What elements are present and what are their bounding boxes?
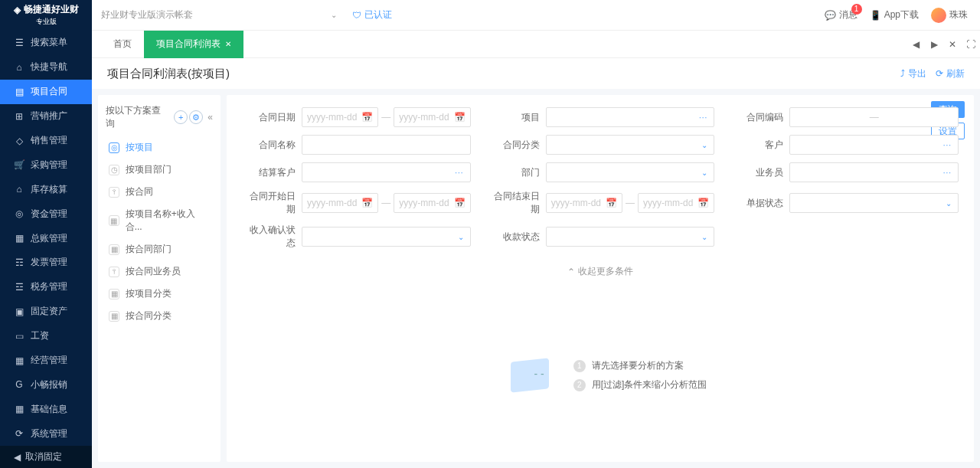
sidebar-item-sales[interactable]: ◇销售管理 <box>0 129 92 153</box>
sidebar-item-salary[interactable]: ▭工资 <box>0 324 92 349</box>
contract-start-to[interactable]: 📅 <box>394 193 470 213</box>
doc-icon: ▦ <box>109 311 119 322</box>
label-project: 项目 <box>486 111 540 124</box>
tab-prev-button[interactable]: ◀ <box>906 35 925 54</box>
contract-end-to[interactable]: 📅 <box>638 193 714 213</box>
sidebar-item-invoice[interactable]: ☶发票管理 <box>0 250 92 275</box>
add-scheme-button[interactable]: + <box>174 110 188 124</box>
contract-end-from[interactable]: 📅 <box>546 193 622 213</box>
tab-close-all-button[interactable]: ✕ <box>943 35 962 54</box>
unpin-button[interactable]: ◀ 取消固定 <box>0 446 92 468</box>
more-icon: ··· <box>699 113 707 122</box>
collapse-panel-button[interactable]: « <box>207 112 213 123</box>
label-revenue-status: 收入确认状态 <box>242 224 296 250</box>
sidebar-item-system[interactable]: ⟳系统管理 <box>0 421 92 446</box>
sidebar-item-purchase[interactable]: 🛒采购管理 <box>0 152 92 177</box>
sidebar-icon: ▦ <box>14 355 24 366</box>
contract-category-select[interactable]: ⌄ <box>546 135 715 155</box>
filter-item-project[interactable]: ◎按项目 <box>98 136 220 159</box>
calendar-icon: 📅 <box>454 198 466 208</box>
filter-item-contract-category[interactable]: ▦按合同分类 <box>98 305 220 327</box>
sidebar-item-inventory[interactable]: ⌂库存核算 <box>0 177 92 201</box>
sidebar-item-project-contract[interactable]: ▤项目合同 <box>0 80 92 104</box>
chevron-down-icon[interactable]: ⌄ <box>331 11 337 19</box>
more-icon: ··· <box>943 169 952 177</box>
sidebar-icon: ◎ <box>14 208 24 219</box>
avatar <box>931 8 946 23</box>
filter-item-contract-dept[interactable]: ▦按合同部门 <box>98 238 220 260</box>
sidebar-item-marketing[interactable]: ⊞营销推广 <box>0 104 92 129</box>
project-input[interactable]: ··· <box>546 107 715 127</box>
step-text: 用[过滤]条件来缩小分析范围 <box>592 378 707 391</box>
tab-next-button[interactable]: ▶ <box>925 35 943 54</box>
messages-button[interactable]: 💬 消息 1 <box>825 8 858 21</box>
settle-customer-input[interactable]: ··· <box>302 162 471 182</box>
contract-start-from[interactable]: 📅 <box>302 193 378 213</box>
chevron-up-icon: ⌃ <box>567 267 575 277</box>
calendar-icon: 📅 <box>454 112 466 123</box>
sidebar-item-ledger[interactable]: ▦总账管理 <box>0 226 92 250</box>
sidebar-item-nav[interactable]: ⌂快捷导航 <box>0 55 92 80</box>
settings-scheme-button[interactable]: ⚙ <box>189 110 203 124</box>
label-contract-end: 合同结束日期 <box>486 190 540 216</box>
contract-name-input[interactable] <box>302 135 471 155</box>
contract-code-input[interactable]: — <box>789 107 959 127</box>
sales-input[interactable]: ··· <box>789 162 959 182</box>
department-select[interactable]: ⌄ <box>546 162 715 182</box>
company-selector[interactable]: 好业财专业版演示帐套 <box>101 8 193 21</box>
form-area: 查询 设置 合同日期 📅 — 📅 项目 · <box>227 95 974 462</box>
filter-item-project-dept[interactable]: ◷按项目部门 <box>98 159 220 181</box>
customer-input[interactable]: ··· <box>789 135 959 155</box>
sidebar-item-expense[interactable]: G小畅报销 <box>0 372 92 397</box>
doc-status-select[interactable]: ⌄ <box>789 193 959 213</box>
step-number: 2 <box>573 379 586 391</box>
sidebar-icon: ◇ <box>14 136 24 146</box>
export-icon: ⤴ <box>900 68 905 79</box>
sidebar-item-search[interactable]: ☰搜索菜单 <box>0 31 92 55</box>
sidebar-item-tax[interactable]: ☲税务管理 <box>0 275 92 299</box>
sidebar-icon: ☰ <box>14 38 24 48</box>
tab-active[interactable]: 项目合同利润表 ✕ <box>144 31 243 58</box>
sidebar-item-funds[interactable]: ◎资金管理 <box>0 201 92 226</box>
filter-item-contract-sales[interactable]: ⫯按合同业务员 <box>98 260 220 283</box>
receipt-status-select[interactable]: ⌄ <box>546 227 715 247</box>
doc-icon: ▦ <box>109 244 119 255</box>
sidebar-item-fixed-assets[interactable]: ▣固定资产 <box>0 299 92 324</box>
calendar-icon: 📅 <box>361 112 373 123</box>
fullscreen-button[interactable]: ⛶ <box>962 35 980 54</box>
verified-badge: 🛡 已认证 <box>352 8 392 21</box>
sidebar-icon: ☲ <box>14 282 24 293</box>
app-download-button[interactable]: 📱 App下载 <box>870 8 919 21</box>
filter-item-project-category[interactable]: ▦按项目分类 <box>98 283 220 305</box>
close-icon[interactable]: ✕ <box>225 40 231 48</box>
filter-item-contract[interactable]: ⫯按合同 <box>98 181 220 203</box>
label-sales: 业务员 <box>730 166 783 179</box>
sidebar-icon: ⌂ <box>14 184 24 195</box>
contract-date-from[interactable]: 📅 <box>302 107 378 127</box>
sidebar-icon: 🛒 <box>14 159 24 170</box>
sidebar-icon: ⟳ <box>14 428 24 439</box>
filter-panel-title: 按以下方案查询 <box>106 104 169 130</box>
revenue-status-select[interactable]: ⌄ <box>302 227 471 247</box>
collapse-conditions-button[interactable]: ⌃收起更多条件 <box>567 265 633 278</box>
user-menu[interactable]: 珠珠 <box>931 8 968 23</box>
label-department: 部门 <box>486 166 540 179</box>
refresh-button[interactable]: ⟳刷新 <box>936 67 965 80</box>
sidebar-item-operations[interactable]: ▦经营管理 <box>0 349 92 373</box>
sidebar-icon: ▭ <box>14 331 24 342</box>
sidebar-icon: ☶ <box>14 257 24 268</box>
export-button[interactable]: ⤴导出 <box>900 67 926 80</box>
phone-icon: 📱 <box>870 10 881 21</box>
sidebar-item-basic-info[interactable]: ▦基础信息 <box>0 397 92 421</box>
message-icon: 💬 <box>825 10 836 21</box>
label-contract-date: 合同日期 <box>242 111 296 124</box>
filter-panel: 按以下方案查询 + ⚙ « ◎按项目 ◷按项目部门 ⫯按合同 ▦按项目名称+收入… <box>98 95 220 462</box>
sidebar: ☰搜索菜单 ⌂快捷导航 ▤项目合同 ⊞营销推广 ◇销售管理 🛒采购管理 ⌂库存核… <box>0 31 92 468</box>
tab-bar: 首页 项目合同利润表 ✕ ◀ ▶ ✕ ⛶ <box>92 31 980 58</box>
filter-item-project-name[interactable]: ▦按项目名称+收入合... <box>98 203 220 238</box>
contract-date-to[interactable]: 📅 <box>394 107 470 127</box>
label-settle-customer: 结算客户 <box>242 166 296 179</box>
empty-state: - - 1请先选择要分析的方案 2用[过滤]条件来缩小分析范围 <box>242 301 959 450</box>
tab-home[interactable]: 首页 <box>101 31 144 58</box>
chart-icon: ⫯ <box>109 187 119 198</box>
